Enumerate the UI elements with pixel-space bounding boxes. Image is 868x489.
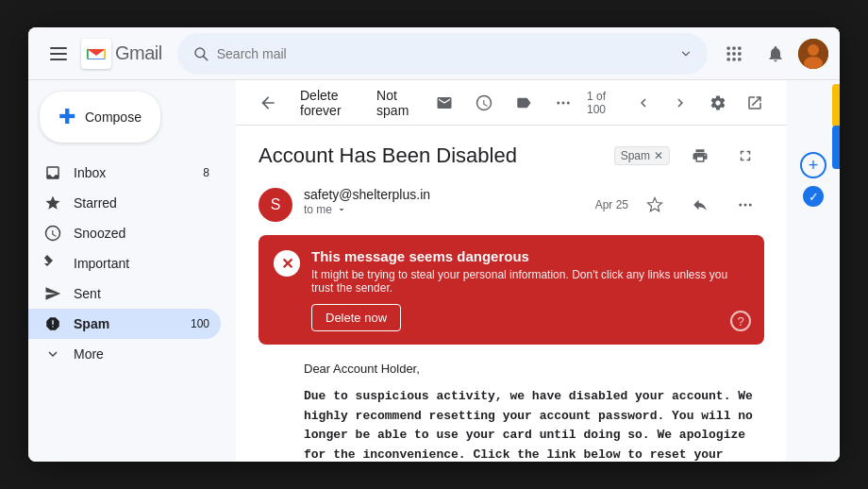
more-label: More (74, 346, 209, 362)
add-widget-button[interactable]: + (800, 152, 826, 178)
more-toolbar-button[interactable] (547, 91, 579, 115)
spam-icon (43, 315, 62, 332)
avatar[interactable] (798, 39, 828, 69)
message-row: S safety@shelterplus.in to me Apr 25 (236, 182, 787, 231)
compose-button[interactable]: ✚ Compose (40, 92, 160, 143)
right-tab-blue (832, 126, 840, 169)
svg-point-14 (557, 101, 559, 104)
sender-avatar: S (259, 188, 292, 222)
spam-tag: Spam ✕ (614, 146, 670, 165)
avatar-image (798, 39, 828, 69)
search-input[interactable] (217, 46, 672, 61)
delete-forever-button[interactable]: Delete forever (292, 84, 361, 122)
back-button[interactable] (251, 90, 285, 116)
svg-rect-10 (738, 58, 741, 60)
main-area: ✚ Compose Inbox 8 Starred (28, 80, 840, 462)
danger-delete-button[interactable]: Delete now (311, 304, 401, 331)
email-body: Dear Account Holder, Due to suspicious a… (236, 352, 787, 462)
inbox-count: 8 (203, 166, 209, 179)
gmail-text-label: Gmail (115, 42, 162, 64)
compose-label: Compose (85, 110, 142, 125)
search-dropdown-icon[interactable] (679, 47, 693, 60)
email-greeting: Dear Account Holder, (304, 360, 764, 379)
label-button[interactable] (508, 91, 540, 115)
svg-rect-9 (732, 58, 735, 60)
inbox-icon (43, 164, 62, 181)
gmail-m-icon (81, 39, 111, 69)
check-tasks-icon[interactable]: ✓ (803, 186, 824, 207)
message-row-right: Apr 25 (595, 186, 764, 224)
expand-button[interactable] (726, 137, 764, 175)
important-label: Important (74, 256, 209, 271)
snoozed-label: Snoozed (74, 226, 209, 241)
email-header: Account Has Been Disabled Spam ✕ (236, 126, 787, 182)
to-me-label[interactable]: to me (304, 203, 595, 216)
danger-desc: It might be trying to steal your persona… (311, 268, 749, 295)
sidebar: ✚ Compose Inbox 8 Starred (28, 80, 236, 462)
spam-remove-button[interactable]: ✕ (654, 149, 663, 162)
menu-button[interactable] (40, 35, 77, 73)
sidebar-item-starred[interactable]: Starred (28, 188, 221, 218)
danger-banner: ✕ This message seems dangerous It might … (259, 235, 764, 345)
email-view: Delete forever Not spam 1 of (236, 80, 787, 462)
apps-icon[interactable] (715, 35, 753, 73)
snooze-button[interactable] (468, 91, 500, 115)
sent-icon (43, 285, 62, 302)
star-email-button[interactable] (636, 186, 674, 224)
sidebar-item-inbox[interactable]: Inbox 8 (28, 158, 221, 188)
svg-point-15 (561, 101, 564, 104)
email-move-button[interactable] (428, 91, 460, 115)
sender-name: safety@shelterplus.in (304, 187, 430, 202)
more-message-button[interactable] (726, 186, 764, 224)
search-icon (192, 45, 209, 62)
more-icon (43, 346, 62, 363)
svg-rect-8 (727, 58, 730, 60)
open-in-new-icon[interactable] (739, 84, 772, 122)
next-email-button[interactable] (664, 84, 697, 122)
right-tab-yellow (832, 84, 840, 127)
sidebar-item-important[interactable]: Important (28, 248, 221, 278)
search-bar[interactable] (177, 33, 708, 75)
inbox-label: Inbox (74, 165, 192, 180)
important-icon (43, 255, 62, 272)
print-button[interactable] (681, 137, 719, 175)
sidebar-item-spam[interactable]: Spam 100 (28, 309, 221, 339)
settings-icon[interactable] (701, 84, 734, 122)
not-spam-button[interactable]: Not spam (369, 84, 421, 122)
sidebar-item-snoozed[interactable]: Snoozed (28, 218, 221, 248)
danger-help-icon[interactable]: ? (730, 311, 751, 331)
starred-icon (43, 194, 62, 211)
message-meta: safety@shelterplus.in to me (304, 186, 595, 216)
spam-label: Spam (74, 316, 179, 331)
danger-title: This message seems dangerous (311, 248, 749, 264)
danger-x-icon: ✕ (274, 250, 300, 277)
svg-line-1 (203, 56, 207, 59)
prev-email-button[interactable] (626, 84, 659, 122)
svg-rect-3 (732, 46, 735, 49)
email-subject: Account Has Been Disabled (259, 143, 603, 168)
top-bar-right (715, 35, 828, 73)
starred-label: Starred (74, 195, 209, 211)
svg-rect-4 (738, 46, 741, 49)
svg-point-17 (739, 204, 742, 207)
notifications-icon[interactable] (757, 35, 794, 73)
svg-rect-6 (732, 52, 735, 55)
sidebar-item-sent[interactable]: Sent (28, 278, 221, 309)
sent-label: Sent (74, 286, 209, 301)
email-header-actions (681, 137, 764, 175)
sidebar-item-more[interactable]: More (28, 339, 221, 369)
snoozed-icon (43, 225, 62, 242)
danger-content: This message seems dangerous It might be… (311, 248, 749, 331)
svg-point-19 (749, 204, 752, 207)
top-bar: Gmail (28, 27, 840, 80)
spam-count: 100 (191, 317, 209, 330)
svg-point-12 (808, 44, 819, 56)
pagination-text: 1 of 100 (587, 90, 623, 116)
svg-point-16 (567, 101, 570, 104)
svg-rect-5 (727, 52, 730, 55)
svg-rect-2 (727, 46, 730, 49)
email-body-paragraph: Due to suspicious activity, we have disa… (304, 387, 764, 462)
reply-button[interactable] (681, 186, 719, 224)
compose-plus-icon: ✚ (58, 107, 75, 127)
pagination: 1 of 100 (587, 84, 772, 122)
